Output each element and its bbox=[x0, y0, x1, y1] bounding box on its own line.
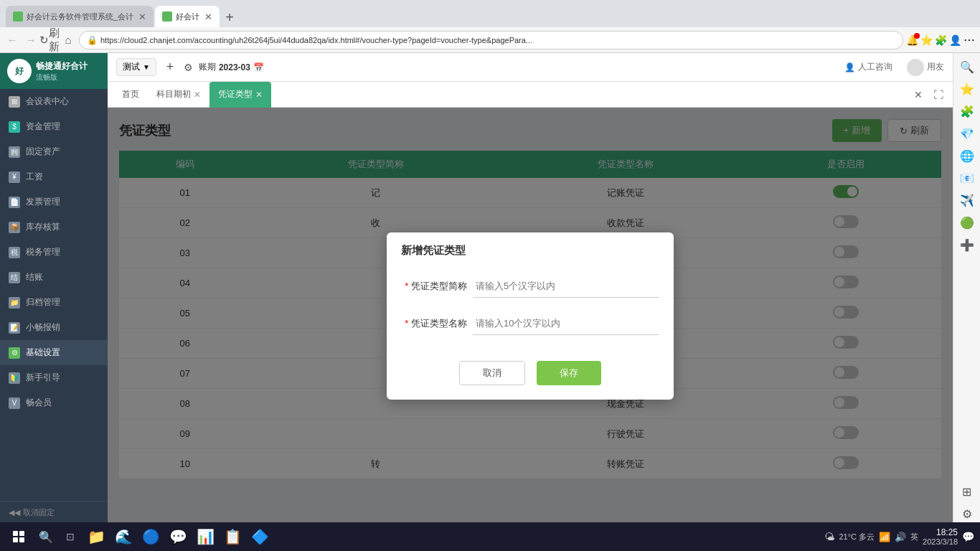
inventory-icon: 📦 bbox=[9, 222, 20, 233]
help-btn[interactable]: 👤 人工咨询 bbox=[844, 61, 892, 73]
tab1-close[interactable]: ✕ bbox=[138, 11, 146, 22]
abbr-input[interactable] bbox=[473, 275, 659, 298]
app-sidebar: 好 畅捷通好合计 流畅版 ⊞ 会设表中心 $ 资金管理 bbox=[0, 53, 108, 524]
help-label: 人工咨询 bbox=[858, 61, 892, 73]
workspace-settings-icon[interactable]: ⚙ bbox=[184, 62, 193, 73]
tab-voucher-type[interactable]: 凭证类型 ✕ bbox=[209, 82, 271, 108]
sidebar-item-report[interactable]: 📝 小畅报销 bbox=[0, 315, 108, 340]
main-content: 测试 ▼ + ⚙ 账期 2023-03 📅 👤 人工咨询 bbox=[108, 53, 953, 524]
user-label: 用友 bbox=[927, 61, 944, 73]
dashboard-icon: ⊞ bbox=[9, 96, 20, 108]
help-icon: 👤 bbox=[844, 62, 855, 72]
bookmark-icon[interactable]: ⭐ bbox=[920, 34, 933, 46]
sidebar-label-invoice: 发票管理 bbox=[26, 196, 60, 208]
sidebar-label-member: 畅会员 bbox=[26, 397, 52, 409]
taskbar-chrome[interactable]: 🔵 bbox=[139, 525, 162, 548]
name-input[interactable] bbox=[473, 312, 659, 335]
sidebar-item-member[interactable]: V 畅会员 bbox=[0, 390, 108, 415]
side-gem-icon[interactable]: 💎 bbox=[957, 124, 977, 143]
logo-subtitle: 流畅版 bbox=[36, 72, 88, 83]
minimize-tab-btn[interactable]: ✕ bbox=[910, 86, 927, 103]
back-btn[interactable]: ← bbox=[4, 32, 20, 48]
taskbar-taskview[interactable]: ⊡ bbox=[60, 527, 80, 547]
side-add-icon[interactable]: ➕ bbox=[957, 235, 977, 255]
tab2-close[interactable]: ✕ bbox=[204, 11, 212, 22]
tab-subject-label: 科目期初 bbox=[156, 88, 191, 100]
name-label: * 凭证类型名称 bbox=[401, 317, 473, 330]
forward-btn[interactable]: → bbox=[23, 32, 39, 48]
cancel-button[interactable]: 取消 bbox=[459, 361, 525, 385]
capital-icon: $ bbox=[9, 121, 20, 133]
sidebar-item-guide[interactable]: 🔰 新手引导 bbox=[0, 365, 108, 390]
sidebar-item-tax[interactable]: 税 税务管理 bbox=[0, 240, 108, 265]
taskbar-edge2[interactable]: 🔷 bbox=[248, 525, 271, 548]
sidebar-label-payroll: 工资 bbox=[26, 171, 43, 183]
language-indicator: 英 bbox=[910, 532, 918, 542]
sidebar-item-archive[interactable]: 📁 归档管理 bbox=[0, 290, 108, 315]
side-star-icon[interactable]: ⭐ bbox=[957, 80, 977, 99]
sidebar-item-fixed[interactable]: 🏢 固定资产 bbox=[0, 139, 108, 164]
member-icon: V bbox=[9, 397, 20, 409]
notification-icon[interactable]: 🔔 bbox=[906, 34, 918, 46]
taskbar-search[interactable]: 🔍 bbox=[36, 527, 56, 547]
calendar-icon[interactable]: 📅 bbox=[253, 62, 264, 72]
side-globe-icon[interactable]: 🌐 bbox=[957, 146, 977, 166]
sidebar-label-guide: 新手引导 bbox=[26, 372, 60, 384]
app-container: 好 畅捷通好合计 流畅版 ⊞ 会设表中心 $ 资金管理 bbox=[0, 53, 953, 524]
clock[interactable]: 18:25 2023/3/18 bbox=[923, 527, 958, 546]
address-input[interactable] bbox=[100, 36, 895, 44]
side-email-icon[interactable]: 📧 bbox=[957, 169, 977, 188]
side-grid-icon[interactable]: ⊞ bbox=[959, 482, 974, 501]
home-btn[interactable]: ⌂ bbox=[60, 32, 76, 48]
workspace-selector[interactable]: 测试 ▼ bbox=[116, 58, 156, 76]
sidebar-label-archive: 归档管理 bbox=[26, 296, 60, 309]
side-settings-icon[interactable]: ⚙ bbox=[959, 504, 975, 524]
browser-tab-bar: 好会计云务软件管理系统_会计 ✕ 好会计 ✕ + bbox=[0, 0, 980, 27]
period-label: 账期 bbox=[199, 61, 216, 73]
taskbar-wechat[interactable]: 💬 bbox=[166, 525, 189, 548]
side-puzzle-icon[interactable]: 🧩 bbox=[957, 102, 977, 121]
page-content: 凭证类型 + 新增 ↻ 刷新 编码 凭证类型简称 凭证类型名称 bbox=[108, 108, 953, 524]
side-arrow-icon[interactable]: ✈️ bbox=[957, 191, 977, 210]
tab-home-label: 首页 bbox=[122, 88, 139, 100]
taskbar-app5[interactable]: 📋 bbox=[221, 525, 244, 548]
logo-text-group: 畅捷通好合计 流畅版 bbox=[36, 60, 88, 83]
sidebar-item-inventory[interactable]: 📦 库存核算 bbox=[0, 215, 108, 240]
browser-tab-2[interactable]: 好会计 ✕ bbox=[155, 6, 220, 27]
sidebar-unpin[interactable]: ◀◀ 取消固定 bbox=[0, 501, 108, 524]
report-icon: 📝 bbox=[9, 322, 20, 334]
sidebar-item-invoice[interactable]: 📄 发票管理 bbox=[0, 189, 108, 215]
side-green-icon[interactable]: 🟢 bbox=[957, 213, 977, 232]
abbr-form-row: * 凭证类型简称 bbox=[401, 275, 659, 298]
weather-text: 21°C 多云 bbox=[839, 532, 875, 542]
person-icon[interactable]: 👤 bbox=[949, 34, 961, 46]
tab-subject-close[interactable]: ✕ bbox=[194, 90, 201, 100]
add-workspace-btn[interactable]: + bbox=[162, 60, 178, 75]
tab-subject[interactable]: 科目期初 ✕ bbox=[148, 82, 209, 108]
taskbar-edge[interactable]: 🌊 bbox=[112, 525, 135, 548]
start-btn[interactable] bbox=[6, 524, 32, 550]
sidebar-item-capital[interactable]: $ 资金管理 bbox=[0, 114, 108, 139]
modal-footer: 取消 保存 bbox=[387, 355, 674, 400]
sidebar-item-settlement[interactable]: 结 结账 bbox=[0, 265, 108, 290]
save-button[interactable]: 保存 bbox=[537, 361, 601, 385]
tab-voucher-close[interactable]: ✕ bbox=[255, 90, 263, 100]
side-search-icon[interactable]: 🔍 bbox=[957, 57, 977, 77]
user-btn[interactable]: 用友 bbox=[907, 59, 944, 76]
browser-tab-1[interactable]: 好会计云务软件管理系统_会计 ✕ bbox=[6, 6, 154, 27]
tab-home[interactable]: 首页 bbox=[113, 82, 148, 108]
maximize-tab-btn[interactable]: ⛶ bbox=[930, 86, 947, 103]
abbr-label: * 凭证类型简称 bbox=[401, 280, 473, 293]
taskbar-app4[interactable]: 📊 bbox=[194, 525, 217, 548]
new-tab-btn[interactable]: + bbox=[220, 9, 240, 26]
refresh-btn[interactable]: ↻ 刷新 bbox=[42, 32, 57, 48]
extensions-icon[interactable]: 🧩 bbox=[935, 34, 947, 46]
more-icon[interactable]: ⋯ bbox=[963, 33, 976, 47]
taskbar-file-explorer[interactable]: 📁 bbox=[85, 525, 108, 548]
tab1-favicon bbox=[13, 11, 23, 22]
tab2-title: 好会计 bbox=[176, 11, 199, 22]
sidebar-item-dashboard[interactable]: ⊞ 会设表中心 bbox=[0, 89, 108, 114]
sidebar-item-payroll[interactable]: ¥ 工资 bbox=[0, 164, 108, 189]
notification-tray-icon[interactable]: 💬 bbox=[962, 531, 974, 542]
sidebar-item-settings[interactable]: ⚙ 基础设置 bbox=[0, 340, 108, 365]
